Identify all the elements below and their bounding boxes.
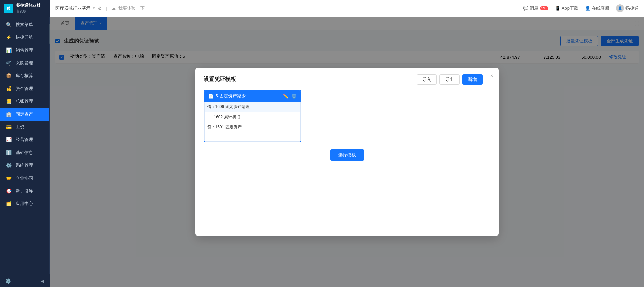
template-card-actions: ✏️ 🗑️	[283, 94, 297, 99]
template-table: 借：1606 固定资产清理 1602 累计折旧 贷：1601 固定资产	[204, 102, 301, 142]
sidebar-item-guide[interactable]: 🎯 新手引导	[0, 185, 50, 197]
maximize-button[interactable]: ⛶	[632, 19, 641, 28]
sidebar-item-capital[interactable]: 💰 资金管理	[0, 82, 50, 95]
voucher-template-dialog: 设置凭证模板 导入 导出 新增 × 📄 5-固定资产减少 ✏️ 🗑️	[195, 68, 499, 236]
app-logo-text: 畅捷通好业财 普及版	[16, 3, 40, 14]
sidebar-item-basicinfo[interactable]: ℹ️ 基础信息	[0, 146, 50, 159]
sidebar-label-appcenter: 应用中心	[16, 201, 33, 207]
import-button[interactable]: 导入	[417, 74, 437, 85]
sidebar-label-wages: 工资	[16, 124, 24, 130]
sidebar-bottom: ⚙️ ◀	[0, 275, 50, 287]
template-card-title: 📄 5-固定资产减少	[208, 93, 246, 99]
app-logo-icon: 财	[4, 4, 13, 13]
username: 畅捷通	[625, 5, 639, 11]
sidebar-item-sales[interactable]: 📊 销售管理	[0, 44, 50, 57]
sidebar-label-operations: 经营管理	[16, 137, 33, 143]
sidebar-item-fixedasset[interactable]: 🏢 固定资产	[0, 108, 50, 121]
app-download-label: App下载	[562, 5, 578, 11]
sidebar-icon-purchase: 🛒	[5, 60, 12, 66]
online-service-action[interactable]: 👤 在线客服	[585, 5, 609, 11]
messages-action[interactable]: 💬 消息 99+	[523, 5, 548, 11]
empty-cell-2	[282, 132, 291, 142]
sidebar-item-wages[interactable]: 💳 工资	[0, 121, 50, 133]
sidebar-item-inventory[interactable]: 📦 库存核算	[0, 69, 50, 82]
entry-type-2: 1602 累计折旧	[204, 112, 282, 122]
template-row-3: 贷：1601 固定资产	[204, 122, 300, 132]
debit-2	[282, 112, 291, 122]
sidebar-icon-sysmanage: ⚙️	[5, 163, 12, 168]
sidebar-item-ledger[interactable]: 📒 总账管理	[0, 95, 50, 108]
sidebar-icon-enterprise: 🤝	[5, 176, 12, 181]
sidebar-label-enterprise: 企业协同	[16, 175, 33, 181]
topbar-right: 💬 消息 99+ 📱 App下载 👤 在线客服 👤 畅捷通	[523, 4, 639, 12]
minimize-button[interactable]: —	[621, 19, 631, 28]
sidebar-icon-ledger: 📒	[5, 99, 12, 104]
credit-3	[291, 122, 300, 132]
sidebar-label-fixedasset: 固定资产	[16, 111, 33, 117]
topbar-divider: |	[106, 6, 107, 11]
template-card: 📄 5-固定资产减少 ✏️ 🗑️ 借：1606 固定资产清理 1602	[204, 90, 301, 142]
sidebar-label-purchase: 采购管理	[16, 60, 33, 66]
sidebar-label-guide: 新手引导	[16, 188, 33, 194]
sidebar-icon-sales: 📊	[5, 47, 12, 53]
topbar-left: 医疗器械行业演示 ▾ ⚙ | ☁ 我要体验一下	[55, 5, 145, 11]
sidebar-item-appcenter[interactable]: 🗂️ 应用中心	[0, 197, 50, 210]
avatar: 👤	[616, 4, 624, 12]
template-card-header: 📄 5-固定资产减少 ✏️ 🗑️	[204, 90, 301, 102]
export-button[interactable]: 导出	[439, 74, 460, 85]
template-row-2: 1602 累计折旧	[204, 112, 300, 122]
credit-2	[291, 112, 300, 122]
sidebar-icon-basicinfo: ℹ️	[5, 150, 12, 155]
debit-1	[282, 102, 291, 112]
window-controls: — ⛶	[618, 17, 644, 30]
sidebar-item-quicknav[interactable]: ⚡ 快捷导航	[0, 31, 50, 44]
sidebar-label-capital: 资金管理	[16, 86, 33, 92]
sidebar-icon-quicknav: ⚡	[5, 35, 12, 40]
sidebar-menu: 🔍 搜索菜单 ⚡ 快捷导航 📊 销售管理 🛒 采购管理 📦 库存核算 💰 资金管…	[0, 17, 50, 275]
topbar-settings-icon[interactable]: ⚙	[98, 6, 102, 11]
template-edit-icon[interactable]: ✏️	[283, 94, 288, 99]
entry-type-1: 借：1606 固定资产清理	[204, 102, 282, 112]
new-button[interactable]: 新增	[462, 74, 483, 85]
app-download-icon: 📱	[555, 6, 560, 11]
template-name: 5-固定资产减少	[216, 93, 246, 99]
sidebar-item-search[interactable]: 🔍 搜索菜单	[0, 18, 50, 31]
sidebar-label-inventory: 库存核算	[16, 73, 33, 79]
sidebar-icon-operations: 📈	[5, 137, 12, 142]
experience-icon: ☁	[111, 6, 116, 11]
collapse-icon[interactable]: ◀	[41, 278, 44, 284]
credit-1	[291, 102, 300, 112]
dialog-close-button[interactable]: ×	[490, 73, 493, 79]
sidebar-icon-guide: 🎯	[5, 188, 12, 194]
sidebar-item-operations[interactable]: 📈 经营管理	[0, 133, 50, 146]
user-info[interactable]: 👤 畅捷通	[616, 4, 639, 12]
sidebar-icon-wages: 💳	[5, 124, 12, 130]
dialog-overlay: 设置凭证模板 导入 导出 新增 × 📄 5-固定资产减少 ✏️ 🗑️	[50, 17, 644, 287]
sidebar-icon-capital: 💰	[5, 86, 12, 91]
sidebar-label-basicinfo: 基础信息	[16, 150, 33, 156]
template-row-empty	[204, 132, 300, 142]
sidebar-item-sysmanage[interactable]: ⚙️ 系统管理	[0, 159, 50, 172]
experience-text[interactable]: 我要体验一下	[118, 5, 145, 11]
online-service-label: 在线客服	[592, 5, 609, 11]
empty-cell-3	[291, 132, 300, 142]
sidebar-icon-fixedasset: 🏢	[5, 111, 12, 117]
sidebar-icon-search: 🔍	[5, 22, 12, 27]
app-download-action[interactable]: 📱 App下载	[555, 5, 578, 11]
company-dropdown-icon[interactable]: ▾	[93, 6, 95, 10]
template-delete-icon[interactable]: 🗑️	[291, 94, 297, 99]
company-name: 医疗器械行业演示	[55, 5, 90, 11]
sidebar-item-purchase[interactable]: 🛒 采购管理	[0, 57, 50, 69]
debit-3	[282, 122, 291, 132]
entry-type-3: 贷：1601 固定资产	[204, 122, 282, 132]
sidebar: 财 畅捷通好业财 普及版 🔍 搜索菜单 ⚡ 快捷导航 📊 销售管理 🛒 采购管理…	[0, 0, 50, 287]
sidebar-label-search: 搜索菜单	[16, 22, 33, 28]
template-doc-icon: 📄	[208, 94, 214, 99]
sidebar-label-ledger: 总账管理	[16, 98, 33, 104]
settings-icon[interactable]: ⚙️	[5, 278, 11, 284]
template-row-1: 借：1606 固定资产清理	[204, 102, 300, 112]
select-template-button[interactable]: 选择模板	[330, 149, 364, 161]
select-template-container: 选择模板	[204, 148, 491, 161]
sidebar-item-enterprise[interactable]: 🤝 企业协同	[0, 172, 50, 185]
messages-icon: 💬	[523, 6, 528, 11]
